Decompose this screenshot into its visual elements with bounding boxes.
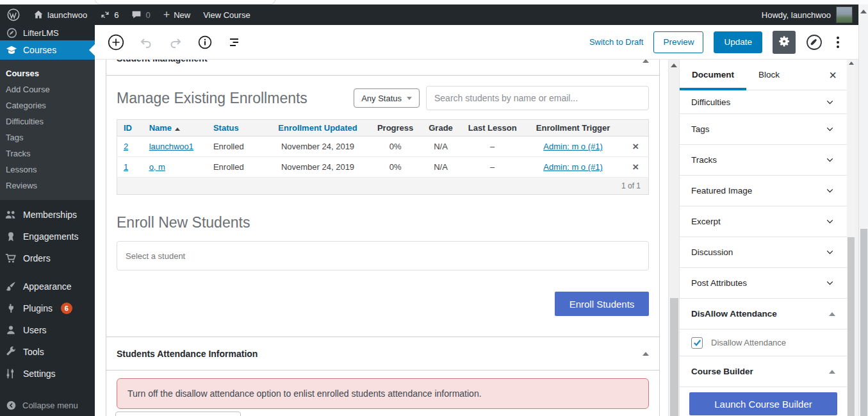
panel-label: Featured Image	[691, 186, 752, 196]
scroll-up-arrow[interactable]	[849, 62, 854, 65]
submenu-item-tags[interactable]: Tags	[0, 129, 95, 146]
col-enrollment-updated[interactable]: Enrollment Updated	[265, 120, 371, 137]
view-course-menu[interactable]: View Course	[197, 4, 256, 25]
sidebar-item-appearance[interactable]: Appearance	[0, 276, 95, 297]
preview-button[interactable]: Preview	[653, 31, 703, 53]
status-filter-dropdown[interactable]: Any Status	[354, 88, 420, 108]
panel-excerpt[interactable]: Excerpt	[680, 206, 847, 237]
collapse-arrow-icon	[4, 400, 17, 411]
comments-menu[interactable]: 0	[125, 4, 156, 25]
tools-label: Tools	[23, 347, 44, 357]
collapse-menu-button[interactable]: Collapse menu	[0, 395, 83, 415]
content-structure-button[interactable]	[197, 35, 213, 50]
block-navigation-button[interactable]	[227, 35, 242, 50]
sort-asc-icon	[175, 128, 180, 131]
plugin-icon	[4, 303, 17, 314]
enroll-students-button[interactable]: Enroll Students	[555, 292, 649, 316]
panel-tags[interactable]: Tags	[680, 114, 847, 145]
scrollbar-thumb[interactable]	[848, 237, 855, 416]
panel-difficulties[interactable]: Difficulties	[680, 90, 847, 114]
panel-discussion[interactable]: Discussion	[680, 237, 847, 268]
sidebar-item-engagements[interactable]: Engagements	[0, 226, 95, 247]
submenu-item-difficulties[interactable]: Difficulties	[0, 113, 95, 129]
metabox-toggle-icon[interactable]	[643, 60, 649, 63]
sidebar-lifterlms-label: LifterLMS	[23, 28, 59, 38]
undo-button[interactable]	[138, 35, 154, 50]
wordpress-logo-icon	[6, 8, 20, 22]
submenu-item-categories[interactable]: Categories	[0, 97, 95, 113]
scrollbar-thumb[interactable]	[670, 298, 678, 416]
more-options-kebab-button[interactable]	[833, 34, 843, 51]
wordpress-logo-menu[interactable]	[0, 4, 27, 25]
tab-document[interactable]: Document	[680, 60, 746, 90]
sidebar-item-tools[interactable]: Tools	[0, 341, 95, 363]
sidebar-item-plugins[interactable]: Plugins 6	[0, 297, 95, 319]
col-name[interactable]: Name	[143, 120, 207, 137]
select-student-input[interactable]	[117, 241, 649, 270]
submenu-item-reviews[interactable]: Reviews	[0, 178, 95, 194]
avatar[interactable]	[836, 6, 853, 23]
status-cell: Enrolled	[207, 137, 265, 157]
panel-tracks[interactable]: Tracks	[680, 145, 847, 176]
admin-menu-sidebar: LifterLMS Courses Courses Add Course Cat…	[0, 25, 95, 416]
sidebar-item-lifterlms[interactable]: LifterLMS	[0, 25, 95, 40]
site-name-menu[interactable]: launchwoo	[27, 4, 94, 25]
sidebar-item-orders[interactable]: Orders	[0, 247, 95, 269]
cart-icon	[4, 253, 17, 264]
updates-menu[interactable]: 6	[94, 4, 125, 25]
settings-label: Settings	[23, 369, 56, 379]
menu-separator	[0, 269, 95, 276]
submenu-item-add-course[interactable]: Add Course	[0, 81, 95, 97]
disallow-attendance-checkbox[interactable]	[691, 337, 703, 349]
clipped-element-below-fold	[115, 412, 241, 416]
panel-featured-image[interactable]: Featured Image	[680, 176, 847, 206]
student-name-link[interactable]: o, m	[149, 162, 165, 172]
student-id-link[interactable]: 1	[124, 162, 128, 172]
chevron-down-icon	[824, 97, 835, 108]
student-id-link[interactable]: 2	[124, 142, 128, 151]
disallow-attendance-option: Disallow Attendance	[680, 329, 847, 356]
attendance-metabox: Students Attendance Information Turn off…	[106, 337, 660, 416]
student-search-input[interactable]	[426, 86, 649, 110]
last-lesson-cell: –	[462, 157, 523, 178]
submenu-item-lessons[interactable]: Lessons	[0, 162, 95, 178]
settings-gear-button[interactable]	[773, 31, 796, 54]
col-id[interactable]: ID	[117, 120, 143, 137]
student-name-link[interactable]: launchwoo1	[149, 142, 193, 151]
remove-enrollment-icon[interactable]: ×	[632, 140, 639, 153]
enrollment-trigger-link[interactable]: Admin: m o (#1)	[543, 142, 602, 151]
submenu-item-tracks[interactable]: Tracks	[0, 146, 95, 162]
update-button[interactable]: Update	[714, 31, 762, 53]
remove-enrollment-icon[interactable]: ×	[632, 161, 639, 173]
sidebar-item-memberships[interactable]: Memberships	[0, 204, 95, 226]
panel-post-attributes[interactable]: Post Attributes	[680, 268, 847, 299]
gear-icon	[778, 35, 790, 49]
close-sidebar-icon[interactable]: ×	[829, 67, 837, 83]
disallow-attendance-label: Disallow Attendance	[711, 338, 786, 347]
lifterlms-sidebar-icon[interactable]	[806, 34, 823, 51]
sidebar-item-settings[interactable]: Settings	[0, 363, 95, 385]
submenu-item-courses[interactable]: Courses	[0, 65, 95, 81]
block-inserter-button[interactable]	[108, 34, 124, 51]
howdy-text[interactable]: Howdy, launchwoo	[762, 10, 831, 20]
sidebar-item-users[interactable]: Users	[0, 319, 95, 341]
launch-course-builder-button[interactable]: Launch Course Builder	[689, 392, 837, 415]
editor-scrollbar	[668, 60, 679, 416]
scrollbar-thumb[interactable]	[860, 229, 867, 416]
enrollment-trigger-link[interactable]: Admin: m o (#1)	[543, 162, 602, 172]
redo-button[interactable]	[168, 35, 183, 50]
new-content-menu[interactable]: + New	[157, 4, 197, 25]
switch-to-draft-link[interactable]: Switch to Draft	[589, 37, 644, 47]
wrench-icon	[4, 346, 17, 358]
tab-block[interactable]: Block	[746, 60, 792, 90]
col-last-lesson: Last Lesson	[462, 120, 523, 137]
scroll-up-arrow[interactable]	[860, 10, 867, 13]
panel-course-builder[interactable]: Course Builder	[680, 356, 847, 387]
col-status[interactable]: Status	[207, 120, 265, 137]
panel-disallow-attendance[interactable]: DisAllow Attendance	[680, 299, 847, 329]
comment-icon	[131, 10, 142, 20]
browser-scrollbar	[858, 4, 868, 416]
sidebar-item-courses[interactable]: Courses	[0, 40, 95, 60]
metabox-toggle-icon[interactable]	[643, 352, 649, 356]
scroll-up-arrow[interactable]	[671, 63, 677, 67]
